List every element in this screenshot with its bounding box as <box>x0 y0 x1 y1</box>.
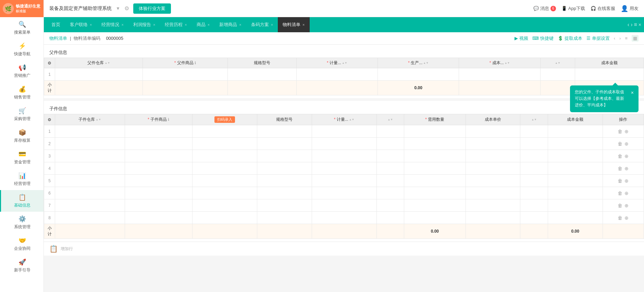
child-row3-qty[interactable] <box>404 150 466 162</box>
child-row4-spec[interactable] <box>257 162 312 175</box>
tab-barcode-close[interactable]: × <box>271 23 273 27</box>
child-row3-unit[interactable] <box>312 150 376 162</box>
tab-operations-close[interactable]: × <box>121 23 123 27</box>
sidebar-item-operations[interactable]: 📊 经营管理 <box>0 168 44 190</box>
copy-icon-2[interactable]: ⊕ <box>624 141 629 147</box>
sidebar-item-finance[interactable]: 💳 资金管理 <box>0 147 44 168</box>
parent-row1-product[interactable] <box>143 68 227 81</box>
parent-row1-unit[interactable] <box>296 68 377 81</box>
child-row5-unitprice[interactable] <box>466 175 520 187</box>
delete-icon-7[interactable]: 🗑 <box>618 203 622 208</box>
tab-customer[interactable]: 客户联络 × <box>65 17 97 32</box>
tab-new-goods-close[interactable]: × <box>239 23 241 27</box>
list-view-icon[interactable]: ≡ <box>625 36 628 41</box>
child-row8-qty[interactable] <box>404 212 466 224</box>
nav-arrow-right[interactable]: › <box>619 36 621 41</box>
child-row2-qty[interactable] <box>404 138 466 150</box>
child-row5-spec[interactable] <box>257 175 312 187</box>
copy-icon-5[interactable]: ⊕ <box>624 178 629 184</box>
delete-icon-1[interactable]: 🗑 <box>618 129 622 134</box>
child-row3-warehouse[interactable] <box>55 150 125 162</box>
child-row2-product[interactable] <box>125 138 192 150</box>
child-row6-warehouse[interactable] <box>55 187 125 199</box>
child-row1-spec[interactable] <box>257 125 312 138</box>
shortcut-action[interactable]: ⌨ 快捷键 <box>532 35 554 42</box>
child-row4-product[interactable] <box>125 162 192 175</box>
child-row1-unitprice[interactable] <box>466 125 520 138</box>
delete-icon-2[interactable]: 🗑 <box>618 141 622 147</box>
child-row8-unitprice[interactable] <box>466 212 520 224</box>
dropdown-arrow-icon[interactable]: ▼ <box>116 6 120 11</box>
delete-icon-8[interactable]: 🗑 <box>618 215 622 221</box>
child-row5-warehouse[interactable] <box>55 175 125 187</box>
child-row3-spec[interactable] <box>257 150 312 162</box>
copy-icon-4[interactable]: ⊕ <box>624 166 629 171</box>
copy-icon-7[interactable]: ⊕ <box>624 203 629 208</box>
tab-barcode[interactable]: 条码方案 × <box>246 17 278 32</box>
tooltip-close-button[interactable]: × <box>631 89 634 96</box>
parent-row1-warehouse[interactable] <box>55 68 143 81</box>
sidebar-item-guide[interactable]: 🚀 新手引导 <box>0 255 44 277</box>
child-row6-unitprice[interactable] <box>466 187 520 199</box>
tab-goods[interactable]: 商品 × <box>192 17 214 32</box>
sidebar-item-collab[interactable]: 🤝 企业协同 <box>0 233 44 255</box>
child-row8-spec[interactable] <box>257 212 312 224</box>
child-row1-qty[interactable] <box>404 125 466 138</box>
copy-icon-3[interactable]: ⊕ <box>624 153 629 159</box>
delete-icon-3[interactable]: 🗑 <box>618 153 622 159</box>
nav-close-all-icon[interactable]: × <box>639 22 641 27</box>
settings-action[interactable]: ☰ 单据设置 <box>586 35 610 42</box>
sidebar-item-search[interactable]: 🔍 搜索菜单 <box>0 17 44 39</box>
user-menu-button[interactable]: 👤 用友 <box>621 5 639 12</box>
tab-profit-close[interactable]: × <box>153 23 155 27</box>
view-action[interactable]: ▶ 视频 <box>515 35 528 42</box>
child-row8-unit[interactable] <box>312 212 376 224</box>
child-row2-spec[interactable] <box>257 138 312 150</box>
child-row3-unitprice[interactable] <box>466 150 520 162</box>
child-row5-product[interactable] <box>125 175 192 187</box>
tab-history-close[interactable]: × <box>185 23 187 27</box>
child-row2-unitprice[interactable] <box>466 138 520 150</box>
sidebar-item-sales[interactable]: 💰 销售管理 <box>0 82 44 104</box>
child-row8-warehouse[interactable] <box>55 212 125 224</box>
child-row4-warehouse[interactable] <box>55 162 125 175</box>
child-row5-qty[interactable] <box>404 175 466 187</box>
child-row6-spec[interactable] <box>257 187 312 199</box>
cost-action[interactable]: 💲 提取成本 <box>558 35 582 42</box>
child-row7-warehouse[interactable] <box>55 199 125 212</box>
child-row1-product[interactable] <box>125 125 192 138</box>
tab-bom-close[interactable]: × <box>302 23 305 27</box>
tab-history[interactable]: 经营历程 × <box>160 17 191 32</box>
child-row1-unit[interactable] <box>312 125 376 138</box>
child-row8-product[interactable] <box>125 212 192 224</box>
sidebar-item-inventory[interactable]: 📦 库存核算 <box>0 125 44 147</box>
child-row7-qty[interactable] <box>404 199 466 212</box>
tab-operations[interactable]: 经营情况 × <box>97 17 128 32</box>
online-service-button[interactable]: 🎧 在线客服 <box>591 5 615 12</box>
delete-icon-4[interactable]: 🗑 <box>618 166 622 171</box>
sidebar-item-marketing[interactable]: 📢 营销推广 <box>0 60 44 82</box>
tab-goods-close[interactable]: × <box>208 23 210 27</box>
parent-row1-spec[interactable] <box>227 68 296 81</box>
child-row7-unitprice[interactable] <box>466 199 520 212</box>
child-row3-product[interactable] <box>125 150 192 162</box>
child-row4-qty[interactable] <box>404 162 466 175</box>
nav-arrow-left[interactable]: ‹ <box>614 36 615 41</box>
tab-home[interactable]: 首页 <box>47 17 65 32</box>
child-row2-unit[interactable] <box>312 138 376 150</box>
tab-new-goods[interactable]: 新增商品 × <box>214 17 246 32</box>
split-view-icon[interactable]: ▦ <box>632 35 639 42</box>
child-row5-unit[interactable] <box>312 175 376 187</box>
child-row4-unit[interactable] <box>312 162 376 175</box>
tab-bom[interactable]: 物料清单 × <box>278 17 309 32</box>
breadcrumb-first[interactable]: 物料清单 <box>49 35 67 42</box>
copy-icon-8[interactable]: ⊕ <box>624 215 629 221</box>
sidebar-item-system[interactable]: ⚙️ 系统管理 <box>0 212 44 233</box>
child-row1-warehouse[interactable] <box>55 125 125 138</box>
trial-button[interactable]: 体验行业方案 <box>133 3 171 14</box>
nav-prev-icon[interactable]: ‹ <box>628 22 629 28</box>
settings-icon[interactable]: ⚙ <box>124 5 129 12</box>
child-row6-qty[interactable] <box>404 187 466 199</box>
parent-row1-cost[interactable] <box>459 68 540 81</box>
sidebar-item-purchase[interactable]: 🛒 采购管理 <box>0 104 44 125</box>
